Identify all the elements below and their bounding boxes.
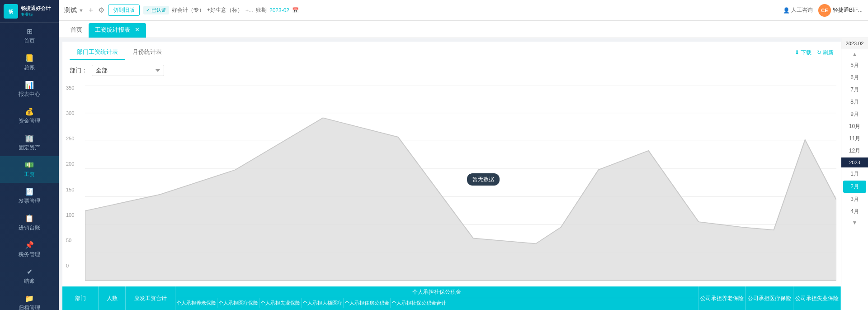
sidebar-item-tax[interactable]: 📌税务管理 xyxy=(0,236,59,263)
topbar-right: 👤 人工咨询 CE 轻捷通B证... xyxy=(783,4,863,17)
month-5月[interactable]: 5月 xyxy=(841,59,868,72)
sidebar-item-archive[interactable]: 📁归档管理 xyxy=(0,290,59,310)
month-8月[interactable]: 8月 xyxy=(841,96,868,108)
month-12月[interactable]: 12月 xyxy=(841,145,868,157)
sidebar-label-assets: 固定资产 xyxy=(19,144,40,152)
salary-icon: 💵 xyxy=(25,161,34,169)
sidebar-item-home[interactable]: ⊞首页 xyxy=(0,23,59,49)
help-icon: 👤 xyxy=(783,7,790,14)
help-button[interactable]: 👤 人工咨询 xyxy=(783,6,813,14)
sidebar-item-sales[interactable]: 📋进销台账 xyxy=(0,210,59,236)
month-10月[interactable]: 10月 xyxy=(841,120,868,133)
col-company-unemployment: 公司承担失业保险 xyxy=(793,286,841,310)
sidebar-label-ledger: 总账 xyxy=(24,64,35,72)
sub-tab-monthly[interactable]: 月份统计表 xyxy=(125,45,169,60)
y-label: 50 xyxy=(66,238,74,243)
scroll-down-button[interactable]: ▼ xyxy=(841,218,868,228)
sidebar-nav: ⊞首页📒总账📊报表中心💰资金管理🏢固定资产💵工资🧾发票管理📋进销台账📌税务管理✔… xyxy=(0,23,59,310)
reports-icon: 📊 xyxy=(25,81,34,89)
topbar-status: ✓ 已认证 好会计（专） +好生意（标） +... 账期 2023-02 📅 xyxy=(143,6,299,14)
month-11月[interactable]: 11月 xyxy=(841,133,868,145)
company-name[interactable]: 测试 ▼ xyxy=(64,6,84,14)
user-menu[interactable]: CE 轻捷通B证... xyxy=(818,4,863,17)
sidebar-item-capital[interactable]: 💰资金管理 xyxy=(0,103,59,129)
col-sub-个人承担养老保险: 个人承担养老保险 xyxy=(175,298,217,308)
topbar-settings-icon[interactable]: ⚙ xyxy=(98,6,104,14)
dept-filter-select[interactable]: 全部财务部销售部技术部行政部 xyxy=(92,65,164,76)
svg-text:畅: 畅 xyxy=(9,9,13,14)
month-9月[interactable]: 9月 xyxy=(841,108,868,120)
sub-tabs-right: ⬇ 下载 ↻ 刷新 xyxy=(795,49,834,57)
ledger-icon: 📒 xyxy=(25,54,34,62)
col-sub-个人承担住房公积金: 个人承担住房公积金 xyxy=(344,298,391,308)
sidebar-label-checkout: 结账 xyxy=(24,277,35,285)
tax-icon: 📌 xyxy=(25,241,34,249)
y-label: 150 xyxy=(66,187,74,192)
period-label: 账期 xyxy=(256,6,267,14)
sales-icon: 📋 xyxy=(25,214,34,223)
sidebar-label-salary: 工资 xyxy=(24,171,35,178)
month-3月[interactable]: 3月 xyxy=(841,193,868,205)
switch-old-button[interactable]: 切到旧版 xyxy=(108,5,140,16)
col-company-pension: 公司承担养老保险 xyxy=(698,286,746,310)
refresh-button[interactable]: ↻ 刷新 xyxy=(817,49,834,57)
sidebar-label-archive: 归档管理 xyxy=(19,304,40,310)
sidebar-item-invoice[interactable]: 🧾发票管理 xyxy=(0,183,59,210)
tab-close-icon[interactable]: ✕ xyxy=(135,26,140,33)
y-label: 250 xyxy=(66,136,74,141)
sidebar-item-assets[interactable]: 🏢固定资产 xyxy=(0,129,59,156)
topbar-add-icon[interactable]: ＋ xyxy=(87,5,94,15)
date-panel-header[interactable]: 2023.02 xyxy=(841,38,868,49)
invoice-icon: 🧾 xyxy=(25,187,34,196)
col-dept: 部门 xyxy=(62,286,99,310)
content-area: 部门工资统计表 月份统计表 ⬇ 下载 ↻ 刷新 部门： xyxy=(59,38,868,310)
dept-filter-label: 部门： xyxy=(70,67,87,75)
download-icon: ⬇ xyxy=(795,49,799,56)
sidebar-item-reports[interactable]: 📊报表中心 xyxy=(0,76,59,103)
date-panel: 2023.02 ▲ 5月6月7月8月9月10月11月12月20231月2月3月4… xyxy=(841,38,868,310)
filter-row: 部门： 全部财务部销售部技术部行政部 xyxy=(62,60,841,81)
col-sub-个人承担大额医疗: 个人承担大额医疗 xyxy=(302,298,344,308)
avatar: CE xyxy=(818,4,831,17)
sidebar-label-tax: 税务管理 xyxy=(19,251,40,258)
sidebar-label-home: 首页 xyxy=(24,37,35,45)
chart-area: 350300250200150100500 暂无数据 xyxy=(62,81,841,286)
col-total-salary: 应发工资合计 xyxy=(126,286,175,310)
col-group-personal-insurance: 个人承担社保公积金 个人承担养老保险个人承担医疗保险个人承担失业保险个人承担大额… xyxy=(175,286,698,310)
table-footer: 部门 人数 应发工资合计 个人承担社保公积金 个人承担养老保险个人承担医疗保险个… xyxy=(62,286,841,310)
month-4月[interactable]: 4月 xyxy=(841,205,868,218)
logo-text: 畅捷通好会计 专业版 xyxy=(21,5,51,18)
checkout-icon: ✔ xyxy=(27,267,33,276)
y-label: 300 xyxy=(66,110,74,116)
main-panel: 部门工资统计表 月份统计表 ⬇ 下载 ↻ 刷新 部门： xyxy=(62,42,841,310)
calendar-icon[interactable]: 📅 xyxy=(292,7,299,14)
sub-tab-dept-salary[interactable]: 部门工资统计表 xyxy=(70,45,125,60)
tab-salary-report[interactable]: 工资统计报表 ✕ xyxy=(89,23,146,38)
download-button[interactable]: ⬇ 下载 xyxy=(795,49,811,57)
y-axis-labels: 350300250200150100500 xyxy=(66,85,74,268)
col-sub-个人承担医疗保险: 个人承担医疗保险 xyxy=(217,298,259,308)
sidebar-item-checkout[interactable]: ✔结账 xyxy=(0,263,59,290)
year-label-2023: 2023 xyxy=(841,157,868,167)
col-company-medical: 公司承担医疗保险 xyxy=(746,286,793,310)
chevron-icon: ▼ xyxy=(79,8,84,13)
col-sub-个人承担社保公积金合计: 个人承担社保公积金合计 xyxy=(391,298,447,308)
sidebar-item-ledger[interactable]: 📒总账 xyxy=(0,49,59,76)
sidebar-item-salary[interactable]: 💵工资 xyxy=(0,156,59,183)
month-6月[interactable]: 6月 xyxy=(841,72,868,84)
month-1月[interactable]: 1月 xyxy=(841,168,868,180)
app-logo: 畅 畅捷通好会计 专业版 xyxy=(0,0,59,23)
biz-status: +好生意（标） xyxy=(207,6,243,14)
capital-icon: 💰 xyxy=(25,107,34,116)
sidebar-label-invoice: 发票管理 xyxy=(19,197,40,205)
month-7月[interactable]: 7月 xyxy=(841,84,868,96)
home-icon: ⊞ xyxy=(27,27,33,36)
accounting-status: 好会计（专） xyxy=(172,6,204,14)
period-value[interactable]: 2023-02 xyxy=(269,7,289,14)
more-status: +... xyxy=(245,7,253,14)
group-sub-cols: 个人承担养老保险个人承担医疗保险个人承担失业保险个人承担大额医疗个人承担住房公积… xyxy=(175,298,698,308)
month-2月[interactable]: 2月 xyxy=(843,181,866,193)
assets-icon: 🏢 xyxy=(25,134,34,143)
tab-home[interactable]: 首页 xyxy=(64,23,89,38)
scroll-up-button[interactable]: ▲ xyxy=(841,49,868,59)
